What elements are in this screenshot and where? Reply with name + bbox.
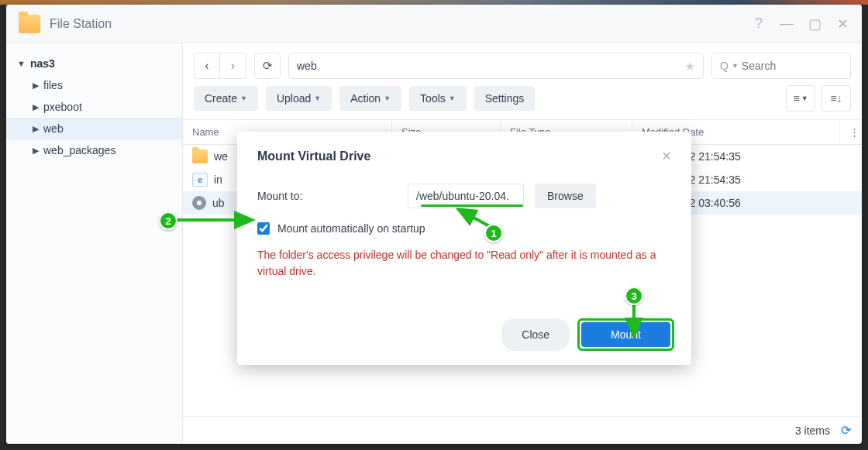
browse-button[interactable]: Browse [535,184,596,208]
annotation-badge-3: 3 [625,287,643,305]
nav-forward-button[interactable]: › [220,53,246,79]
help-icon[interactable]: ? [752,15,766,32]
caret-right-icon: ▶ [33,81,39,91]
mount-virtual-drive-dialog: Mount Virtual Drive × Mount to: Browse M… [237,132,691,365]
tools-button[interactable]: Tools▼ [409,86,467,111]
refresh-button[interactable]: ⟳ [254,53,281,79]
caret-down-icon: ▼ [314,94,321,102]
reload-icon[interactable]: ⟳ [841,423,851,438]
search-icon: Q [720,60,728,72]
title-bar: File Station ? — ▢ ✕ [6,5,862,43]
html-file-icon: e [192,173,208,187]
caret-down-icon: ▼ [384,94,391,102]
annotation-badge-2: 2 [159,211,177,230]
caret-right-icon: ▶ [33,102,39,112]
action-button[interactable]: Action▼ [339,86,401,111]
annotation-arrow-2 [177,212,262,228]
path-text: web [297,60,317,72]
annotation-badge-1: 1 [484,224,503,242]
upload-button[interactable]: Upload▼ [266,86,332,111]
col-more-icon[interactable]: ⋮ [840,120,862,144]
search-box[interactable]: Q▼ [711,53,851,79]
sidebar-item-files[interactable]: ▶ files [6,74,182,96]
folder-icon [192,149,208,163]
path-bar: ‹ › ⟳ web ★ Q▼ [183,43,862,85]
star-icon[interactable]: ★ [684,59,695,74]
settings-button[interactable]: Settings [474,86,536,111]
sidebar-item-pxeboot[interactable]: ▶ pxeboot [6,96,182,118]
close-window-icon[interactable]: ✕ [835,15,849,33]
app-folder-icon [19,15,40,33]
toolbar: Create▼ Upload▼ Action▼ Tools▼ Settings … [183,85,862,119]
sort-button[interactable]: ≡↓ [822,85,851,112]
create-button[interactable]: Create▼ [194,86,258,111]
app-title: File Station [50,17,112,31]
caret-down-icon: ▼ [17,59,26,68]
minimize-icon[interactable]: — [780,15,794,32]
dialog-title: Mount Virtual Drive [257,149,370,163]
tree-root[interactable]: ▼ nas3 [6,53,182,74]
caret-down-icon: ▼ [732,62,739,70]
close-button[interactable]: Close [501,318,570,351]
caret-right-icon: ▶ [33,146,39,156]
readonly-note: The folder's access privilege will be ch… [257,247,671,280]
auto-mount-label: Mount automatically on startup [277,222,425,235]
annotation-arrow-3 [626,304,642,344]
sidebar-item-web[interactable]: ▶ web [6,118,182,139]
caret-down-icon: ▼ [240,94,247,102]
mount-to-label: Mount to: [257,190,397,202]
close-icon[interactable]: × [662,147,671,165]
search-input[interactable] [742,60,862,72]
status-bar: 3 items ⟳ [183,416,862,444]
sidebar: ▼ nas3 ▶ files ▶ pxeboot ▶ web ▶ web_pac… [6,43,183,444]
sidebar-item-web-packages[interactable]: ▶ web_packages [6,139,182,161]
nav-back-button[interactable]: ‹ [194,53,220,79]
path-input[interactable]: web ★ [288,53,704,79]
disc-image-icon [192,196,206,210]
item-count: 3 items [795,424,830,437]
view-list-button[interactable]: ≡ ▼ [786,85,815,112]
maximize-icon[interactable]: ▢ [808,15,822,33]
caret-right-icon: ▶ [33,124,39,134]
caret-down-icon: ▼ [449,94,456,102]
root-label: nas3 [30,57,55,70]
